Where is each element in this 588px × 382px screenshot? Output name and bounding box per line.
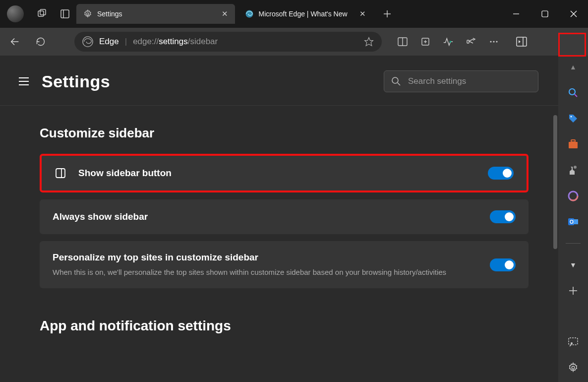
svg-rect-43	[573, 219, 578, 224]
svg-rect-37	[569, 142, 578, 148]
tab-label: Microsoft Edge | What's New	[259, 10, 348, 18]
svg-rect-0	[38, 11, 44, 16]
svg-point-36	[571, 116, 572, 118]
workspaces-icon[interactable]	[54, 0, 76, 28]
gear-icon	[83, 9, 92, 18]
svg-text:O: O	[570, 219, 574, 225]
favorite-icon[interactable]	[364, 37, 374, 47]
address-bar[interactable]: Edge | edge://settings/sidebar	[74, 32, 382, 52]
svg-rect-9	[542, 11, 548, 17]
svg-rect-1	[40, 9, 46, 15]
svg-point-39	[574, 166, 577, 169]
office-icon[interactable]	[567, 190, 580, 202]
games-icon[interactable]	[567, 164, 580, 177]
tab-label: Settings	[97, 10, 122, 18]
setting-description: When this is on, we'll personalize the t…	[53, 267, 478, 277]
setting-label: Show sidebar button	[78, 168, 172, 179]
svg-point-23	[493, 41, 494, 42]
briefcase-icon[interactable]	[567, 138, 580, 151]
caret-up-icon[interactable]: ▲	[567, 61, 580, 73]
setting-always-show-sidebar[interactable]: Always show sidebar	[40, 199, 529, 234]
address-url: edge://settings/sidebar	[133, 37, 218, 47]
svg-point-20	[450, 41, 452, 43]
svg-rect-32	[56, 169, 65, 178]
titlebar: Settings ✕ Microsoft Edge | What's New ✕	[0, 0, 588, 28]
svg-point-30	[392, 77, 398, 83]
svg-line-35	[575, 94, 577, 97]
share-icon[interactable]	[460, 31, 482, 53]
performance-icon[interactable]	[437, 31, 459, 53]
svg-marker-14	[365, 38, 373, 46]
setting-show-sidebar-button[interactable]: Show sidebar button	[40, 154, 529, 192]
edge-logo-icon	[82, 36, 93, 47]
close-tab-icon[interactable]: ✕	[222, 9, 228, 18]
scrollbar[interactable]	[553, 115, 557, 249]
gear-icon[interactable]	[567, 361, 580, 374]
search-icon[interactable]	[567, 86, 580, 99]
sidebar-icon	[55, 167, 66, 179]
split-screen-icon[interactable]	[392, 31, 413, 53]
new-tab-button[interactable]	[376, 0, 399, 28]
edge-sidebar: ▲ O ▼	[558, 56, 588, 382]
close-tab-icon[interactable]: ✕	[359, 9, 366, 18]
svg-rect-21	[467, 40, 469, 43]
svg-point-22	[490, 41, 491, 42]
svg-point-24	[496, 41, 497, 42]
hamburger-icon[interactable]	[18, 76, 32, 86]
svg-point-48	[571, 342, 573, 344]
close-window-button[interactable]	[559, 0, 588, 28]
plus-icon[interactable]	[567, 284, 580, 297]
minimize-button[interactable]	[502, 0, 530, 28]
toolbar: Edge | edge://settings/sidebar	[0, 28, 588, 56]
svg-point-50	[572, 366, 575, 369]
search-input[interactable]	[408, 76, 531, 86]
section-title: Customize sidebar	[40, 126, 529, 141]
setting-label: Always show sidebar	[53, 211, 148, 222]
svg-line-31	[398, 83, 400, 85]
page-title: Settings	[42, 72, 110, 91]
svg-rect-2	[61, 10, 69, 18]
toggle-switch[interactable]	[488, 167, 514, 180]
collections-icon[interactable]	[414, 31, 436, 53]
tab-whatsnew[interactable]: Microsoft Edge | What's New ✕	[238, 4, 373, 24]
search-icon	[391, 76, 401, 86]
toggle-switch[interactable]	[490, 258, 516, 271]
svg-rect-25	[517, 37, 527, 46]
edge-icon	[245, 9, 254, 18]
svg-point-4	[87, 13, 89, 15]
outlook-icon[interactable]: O	[567, 215, 580, 228]
toggle-switch[interactable]	[490, 210, 516, 223]
setting-label: Personalize my top sites in customize si…	[53, 252, 478, 263]
refresh-button[interactable]	[30, 31, 52, 53]
tab-actions-icon[interactable]	[31, 0, 54, 28]
address-brand: Edge	[99, 37, 119, 47]
profile-avatar[interactable]	[7, 5, 24, 22]
setting-personalize-top-sites[interactable]: Personalize my top sites in customize si…	[40, 241, 529, 288]
tab-settings[interactable]: Settings ✕	[76, 4, 235, 24]
search-settings[interactable]	[384, 70, 538, 92]
svg-rect-47	[569, 338, 578, 345]
tag-icon[interactable]	[567, 112, 580, 125]
caret-down-icon[interactable]: ▼	[567, 258, 580, 271]
section-title: App and notification settings	[40, 318, 529, 334]
sidebar-toggle-button[interactable]	[511, 31, 532, 53]
svg-point-34	[569, 89, 575, 95]
screenshot-icon[interactable]	[567, 335, 580, 348]
svg-rect-38	[571, 140, 575, 142]
more-icon[interactable]	[483, 31, 505, 53]
window-controls	[502, 0, 588, 28]
back-button[interactable]	[4, 31, 26, 53]
maximize-button[interactable]	[530, 0, 559, 28]
settings-content: Settings Customize sidebar Show sidebar …	[0, 56, 558, 382]
